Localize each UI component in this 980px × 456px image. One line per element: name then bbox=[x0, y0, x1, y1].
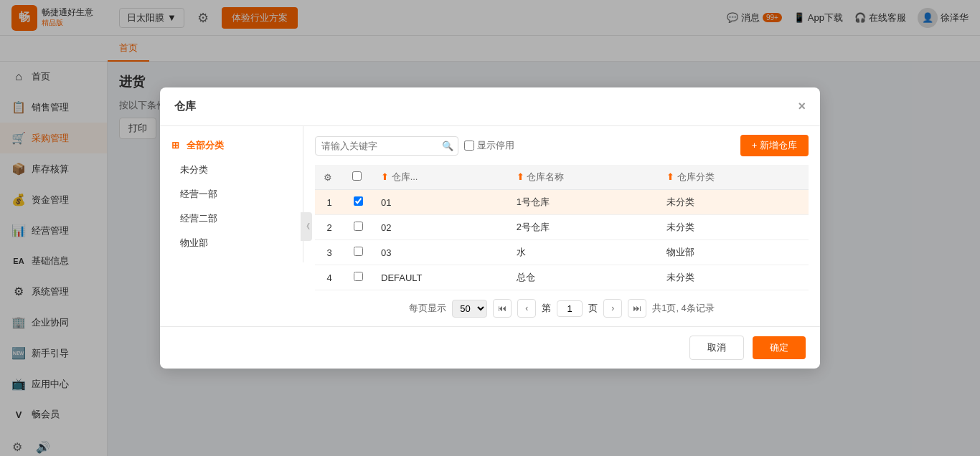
page-number-input[interactable] bbox=[557, 300, 583, 317]
table-panel: 🔍 显示停用 + 新增仓库 bbox=[303, 126, 820, 326]
modal-title: 仓库 bbox=[174, 100, 196, 113]
row-name: 水 bbox=[508, 240, 659, 265]
modal-close-button[interactable]: × bbox=[798, 99, 806, 114]
th-code: ⬆ 仓库... bbox=[372, 165, 508, 190]
pagination: 每页显示 50 ⏮ ‹ 第 页 › ⏭ 共1页, 4条记录 bbox=[315, 299, 809, 318]
modal-footer: 取消 确定 bbox=[160, 326, 820, 369]
sort-icon: ⬆ bbox=[381, 171, 389, 182]
category-item-2[interactable]: 经营二部 bbox=[160, 206, 303, 231]
table-row[interactable]: 2 02 2号仓库 未分类 bbox=[315, 215, 809, 240]
collapse-button[interactable]: 《 bbox=[301, 212, 312, 241]
per-page-select[interactable]: 50 bbox=[452, 300, 487, 318]
row-checkbox[interactable] bbox=[354, 272, 363, 281]
show-disabled-text: 显示停用 bbox=[477, 139, 514, 152]
search-input[interactable] bbox=[321, 141, 442, 151]
th-category: ⬆ 仓库分类 bbox=[658, 165, 809, 190]
row-code: 03 bbox=[372, 240, 508, 265]
show-disabled-label[interactable]: 显示停用 bbox=[464, 139, 514, 152]
last-page-btn[interactable]: ⏭ bbox=[628, 299, 646, 318]
category-item-0-label: 未分类 bbox=[180, 164, 208, 175]
category-item-1[interactable]: 经营一部 bbox=[160, 182, 303, 206]
th-checkbox bbox=[344, 165, 372, 190]
th-name: ⬆ 仓库名称 bbox=[508, 165, 659, 190]
category-item-0[interactable]: 未分类 bbox=[160, 158, 303, 182]
category-all-header[interactable]: ⊞ 全部分类 bbox=[160, 133, 303, 158]
grid-icon: ⊞ bbox=[171, 140, 179, 151]
table-scroll: ⚙ ⬆ 仓库... ⬆ bbox=[315, 165, 809, 290]
row-category: 未分类 bbox=[658, 265, 809, 290]
search-box: 🔍 显示停用 bbox=[315, 136, 514, 156]
th-category-label: 仓库分类 bbox=[677, 171, 715, 182]
category-item-1-label: 经营一部 bbox=[180, 189, 217, 199]
gear-icon: ⚙ bbox=[324, 172, 332, 183]
page-unit: 页 bbox=[588, 302, 598, 315]
category-all-label: 全部分类 bbox=[187, 140, 224, 151]
row-name: 1号仓库 bbox=[508, 190, 659, 215]
category-panel: ⊞ 全部分类 未分类 经营一部 经营二部 物业部 bbox=[160, 126, 303, 262]
sort-icon-cat: ⬆ bbox=[666, 171, 674, 182]
category-item-2-label: 经营二部 bbox=[180, 213, 217, 224]
th-gear: ⚙ bbox=[315, 165, 344, 190]
row-name: 2号仓库 bbox=[508, 215, 659, 240]
table-row[interactable]: 4 DEFAULT 总仓 未分类 bbox=[315, 265, 809, 290]
add-warehouse-button[interactable]: + 新增仓库 bbox=[740, 135, 809, 156]
row-num: 4 bbox=[315, 265, 344, 290]
th-name-label: 仓库名称 bbox=[527, 171, 564, 182]
cancel-button[interactable]: 取消 bbox=[689, 336, 744, 360]
row-num: 1 bbox=[315, 190, 344, 215]
search-icon[interactable]: 🔍 bbox=[442, 141, 453, 151]
per-page-label: 每页显示 bbox=[409, 302, 446, 315]
prev-page-btn[interactable]: ‹ bbox=[517, 299, 536, 318]
sort-icon-name: ⬆ bbox=[517, 171, 524, 182]
row-checkbox-cell bbox=[344, 190, 372, 215]
warehouse-table: ⚙ ⬆ 仓库... ⬆ bbox=[315, 165, 809, 290]
row-checkbox-cell bbox=[344, 265, 372, 290]
row-checkbox[interactable] bbox=[354, 222, 363, 231]
modal-header: 仓库 × bbox=[160, 87, 820, 126]
row-category: 物业部 bbox=[658, 240, 809, 265]
modal-overlay: 仓库 × ⊞ 全部分类 未分类 经营一部 bbox=[0, 0, 980, 456]
table-toolbar: 🔍 显示停用 + 新增仓库 bbox=[315, 135, 809, 156]
row-num: 3 bbox=[315, 240, 344, 265]
table-row[interactable]: 3 03 水 物业部 bbox=[315, 240, 809, 265]
first-page-btn[interactable]: ⏮ bbox=[493, 299, 512, 318]
row-name: 总仓 bbox=[508, 265, 659, 290]
category-panel-wrapper: ⊞ 全部分类 未分类 经营一部 经营二部 物业部 bbox=[160, 126, 303, 326]
row-category: 未分类 bbox=[658, 190, 809, 215]
table-body: 1 01 1号仓库 未分类 2 02 2号仓库 未分类 3 03 水 物业部 4… bbox=[315, 190, 809, 290]
row-checkbox-cell bbox=[344, 240, 372, 265]
modal-body: ⊞ 全部分类 未分类 经营一部 经营二部 物业部 bbox=[160, 126, 820, 326]
row-checkbox-cell bbox=[344, 215, 372, 240]
row-category: 未分类 bbox=[658, 215, 809, 240]
row-code: 01 bbox=[372, 190, 508, 215]
page-label-text: 第 bbox=[542, 302, 551, 315]
category-item-3[interactable]: 物业部 bbox=[160, 231, 303, 255]
row-num: 2 bbox=[315, 215, 344, 240]
page-total: 共1页, 4条记录 bbox=[652, 302, 715, 315]
th-code-label: 仓库... bbox=[392, 171, 418, 182]
table-header-row: ⚙ ⬆ 仓库... ⬆ bbox=[315, 165, 809, 190]
row-checkbox[interactable] bbox=[354, 247, 363, 256]
select-all-checkbox[interactable] bbox=[352, 171, 362, 181]
next-page-btn[interactable]: › bbox=[603, 299, 622, 318]
row-code: DEFAULT bbox=[372, 265, 508, 290]
warehouse-modal: 仓库 × ⊞ 全部分类 未分类 经营一部 bbox=[160, 87, 820, 369]
table-row[interactable]: 1 01 1号仓库 未分类 bbox=[315, 190, 809, 215]
confirm-button[interactable]: 确定 bbox=[753, 336, 806, 359]
search-input-wrap: 🔍 bbox=[315, 136, 458, 156]
row-code: 02 bbox=[372, 215, 508, 240]
category-item-3-label: 物业部 bbox=[180, 237, 208, 248]
row-checkbox[interactable] bbox=[354, 196, 363, 206]
table-head: ⚙ ⬆ 仓库... ⬆ bbox=[315, 165, 809, 190]
show-disabled-checkbox[interactable] bbox=[464, 141, 474, 151]
